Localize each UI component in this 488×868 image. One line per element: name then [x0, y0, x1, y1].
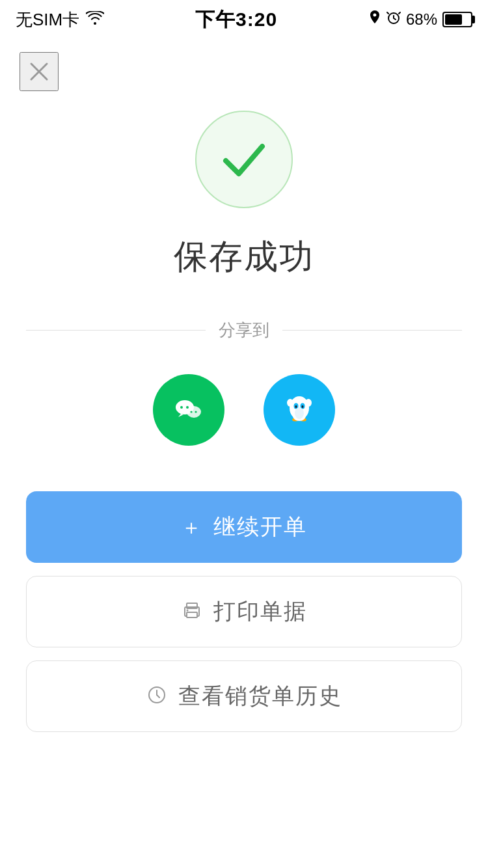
qq-icon — [279, 390, 319, 430]
share-icons — [153, 374, 335, 446]
checkmark-icon — [218, 133, 270, 185]
svg-point-20 — [305, 399, 312, 407]
share-wechat-button[interactable] — [153, 374, 224, 446]
svg-point-24 — [187, 609, 189, 611]
svg-point-4 — [187, 406, 201, 418]
wechat-icon — [169, 390, 208, 429]
divider-left — [26, 330, 206, 331]
divider-right — [282, 330, 462, 331]
history-label: 查看销货单历史 — [178, 681, 342, 711]
action-buttons: ＋ 继续开单 打印单据 查看销货单历史 — [26, 491, 462, 732]
svg-rect-23 — [187, 612, 197, 617]
share-divider: 分享到 — [26, 319, 462, 342]
location-icon — [368, 10, 381, 29]
share-label: 分享到 — [219, 319, 269, 342]
success-title: 保存成功 — [174, 234, 314, 280]
svg-point-18 — [295, 407, 304, 419]
history-icon — [146, 684, 168, 709]
close-button[interactable] — [20, 52, 59, 91]
carrier-text: 无SIM卡 — [16, 8, 79, 31]
svg-point-19 — [287, 399, 293, 407]
svg-point-13 — [302, 405, 304, 408]
battery-percentage: 68% — [406, 10, 437, 29]
status-time: 下午3:20 — [195, 7, 277, 33]
svg-point-12 — [295, 405, 297, 408]
svg-point-5 — [180, 406, 183, 409]
plus-icon: ＋ — [181, 517, 203, 537]
print-label: 打印单据 — [213, 597, 307, 627]
print-button[interactable]: 打印单据 — [26, 576, 462, 647]
history-button[interactable]: 查看销货单历史 — [26, 660, 462, 732]
success-icon-circle — [195, 111, 293, 208]
status-right: 68% — [368, 10, 472, 29]
battery-icon — [442, 12, 472, 27]
continue-label: 继续开单 — [213, 512, 307, 542]
alarm-icon — [386, 10, 401, 29]
share-qq-button[interactable] — [264, 374, 335, 446]
svg-point-8 — [195, 411, 197, 413]
status-carrier: 无SIM卡 — [16, 8, 104, 31]
continue-button[interactable]: ＋ 继续开单 — [26, 491, 462, 563]
print-icon — [181, 599, 203, 625]
main-content: 保存成功 分享到 — [0, 39, 488, 868]
status-bar: 无SIM卡 下午3:20 68% — [0, 0, 488, 39]
wifi-icon — [86, 10, 104, 30]
close-icon — [27, 60, 51, 83]
svg-point-6 — [186, 406, 189, 409]
svg-point-7 — [190, 411, 192, 413]
